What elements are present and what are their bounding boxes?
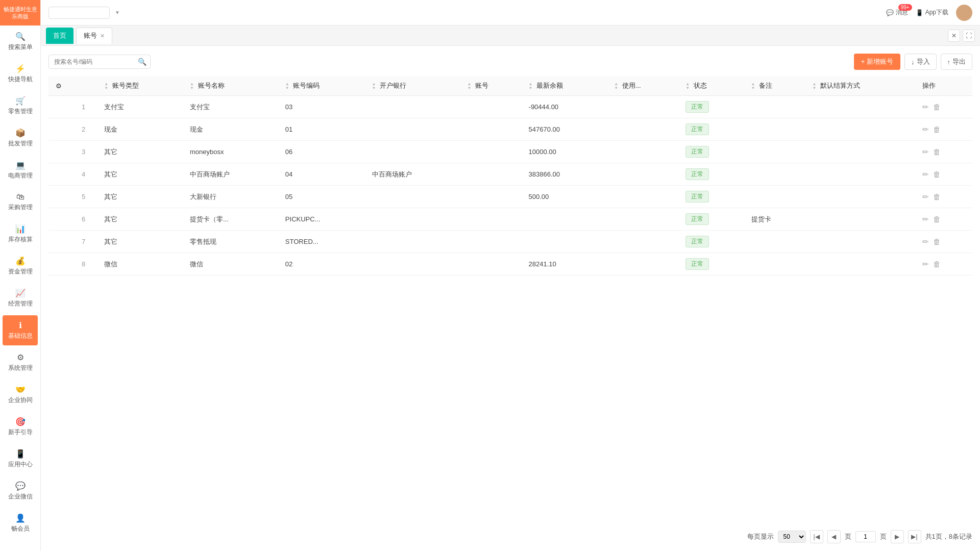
row-settings: [48, 118, 69, 141]
row-remark: [745, 96, 806, 118]
export-label: 导出: [952, 57, 966, 66]
page-size-select[interactable]: 50 100 200: [778, 531, 806, 543]
row-name: 支付宝: [184, 96, 279, 118]
tab-home[interactable]: 首页: [46, 28, 74, 44]
prev-page-button[interactable]: ◀: [827, 530, 841, 543]
sidebar-item-search[interactable]: 🔍 搜索菜单: [0, 26, 40, 58]
first-page-button[interactable]: |◀: [810, 530, 823, 543]
col-account[interactable]: ▲▼ 账号: [461, 76, 522, 96]
inventory-icon: 📊: [15, 224, 26, 234]
page-number-input[interactable]: [855, 531, 876, 542]
row-remark: [745, 186, 806, 208]
edit-icon[interactable]: ✏: [922, 260, 929, 269]
col-status[interactable]: ▲▼ 状态: [679, 76, 745, 96]
delete-icon[interactable]: 🗑: [933, 237, 941, 246]
col-account-name[interactable]: ▲▼ 账号名称: [184, 76, 279, 96]
edit-icon[interactable]: ✏: [922, 125, 929, 134]
row-remark: [745, 231, 806, 253]
user-avatar[interactable]: [956, 5, 972, 21]
col-actions: 操作: [916, 76, 972, 96]
top-search-input[interactable]: [48, 7, 110, 19]
edit-icon[interactable]: ✏: [922, 147, 929, 157]
edit-icon[interactable]: ✏: [922, 170, 929, 179]
sidebar-item-finance[interactable]: 💰 资金管理: [0, 250, 40, 282]
sidebar-item-inventory[interactable]: 📊 库存核算: [0, 218, 40, 250]
settings-col-header[interactable]: ⚙: [48, 76, 69, 96]
delete-icon[interactable]: 🗑: [933, 192, 941, 202]
delete-icon[interactable]: 🗑: [933, 215, 941, 224]
sidebar-item-guide[interactable]: 🎯 新手引导: [0, 411, 40, 443]
last-page-button[interactable]: ▶|: [908, 530, 921, 543]
notification-button[interactable]: 💬 消息 99+: [886, 8, 908, 17]
search-input-wrap: 🔍: [48, 55, 151, 69]
sidebar-item-app-center[interactable]: 📱 应用中心: [0, 443, 40, 475]
ecommerce-icon: 💻: [15, 160, 26, 170]
enterprise-wechat-icon: 💬: [15, 481, 26, 491]
row-remark: [745, 118, 806, 141]
delete-icon[interactable]: 🗑: [933, 170, 941, 179]
sort-arrows-status: ▲▼: [685, 82, 690, 90]
row-usage: [608, 253, 679, 276]
sidebar-item-system[interactable]: ⚙ 系统管理: [0, 346, 40, 379]
tab-close-button[interactable]: ✕: [948, 30, 960, 42]
tab-account[interactable]: 账号 ✕: [76, 28, 112, 44]
sidebar-item-ecommerce[interactable]: 💻 电商管理: [0, 154, 40, 186]
row-actions: ✏ 🗑: [916, 96, 972, 118]
edit-icon[interactable]: ✏: [922, 215, 929, 224]
sidebar-item-label: 应用中心: [8, 460, 33, 469]
row-status: 正常: [679, 253, 745, 276]
row-actions: ✏ 🗑: [916, 231, 972, 253]
sidebar-item-shortcuts[interactable]: ⚡ 快捷导航: [0, 58, 40, 90]
sidebar-item-member[interactable]: 👤 畅会员: [0, 507, 40, 539]
col-default-settlement[interactable]: ▲▼ 默认结算方式: [806, 76, 916, 96]
sidebar-item-label: 企业微信: [8, 492, 33, 501]
edit-icon[interactable]: ✏: [922, 237, 929, 246]
row-default-settlement: [806, 231, 916, 253]
sidebar-item-purchase[interactable]: 🛍 采购管理: [0, 186, 40, 218]
add-account-button[interactable]: + 新增账号: [854, 54, 900, 70]
row-bank: [366, 208, 461, 231]
export-button[interactable]: ↑ 导出: [941, 54, 973, 70]
sidebar-item-operations[interactable]: 📈 经营管理: [0, 282, 40, 314]
sidebar-item-basic-info[interactable]: ℹ 基础信息: [3, 315, 38, 345]
col-balance[interactable]: ▲▼ 最新余额: [523, 76, 608, 96]
sidebar-item-label: 零售管理: [8, 107, 33, 116]
search-icon[interactable]: 🔍: [138, 58, 146, 66]
delete-icon[interactable]: 🗑: [933, 125, 941, 134]
col-bank[interactable]: ▲▼ 开户银行: [366, 76, 461, 96]
basic-info-icon: ℹ: [19, 320, 22, 330]
row-code: 02: [279, 253, 366, 276]
row-type: 微信: [98, 253, 184, 276]
add-account-label: + 新增账号: [861, 57, 893, 66]
col-remark[interactable]: ▲▼ 备注: [745, 76, 806, 96]
sidebar-item-cooperation[interactable]: 🤝 企业协同: [0, 379, 40, 411]
col-account-code[interactable]: ▲▼ 账号编码: [279, 76, 366, 96]
next-page-button[interactable]: ▶: [891, 530, 904, 543]
delete-icon[interactable]: 🗑: [933, 103, 941, 112]
sidebar-item-label: 快捷导航: [8, 75, 33, 84]
col-usage[interactable]: ▲▼ 使用...: [608, 76, 679, 96]
sidebar-item-enterprise-wechat[interactable]: 💬 企业微信: [0, 475, 40, 507]
app-download-button[interactable]: 📱 App下载: [916, 8, 948, 17]
sidebar-item-label: 企业协同: [8, 396, 33, 405]
edit-icon[interactable]: ✏: [922, 192, 929, 202]
row-settings: [48, 96, 69, 118]
page-size-label: 每页显示: [747, 532, 774, 541]
delete-icon[interactable]: 🗑: [933, 260, 941, 269]
row-default-settlement: [806, 186, 916, 208]
sidebar-item-retail[interactable]: 🛒 零售管理: [0, 90, 40, 122]
row-default-settlement: [806, 96, 916, 118]
tab-expand-button[interactable]: ⛶: [963, 30, 975, 42]
search-input[interactable]: [48, 55, 151, 69]
sort-arrows-balance: ▲▼: [529, 82, 533, 90]
edit-icon[interactable]: ✏: [922, 103, 929, 112]
import-button[interactable]: ↓ 导入: [904, 54, 937, 70]
sort-arrows-code: ▲▼: [285, 82, 289, 90]
toolbar-actions: + 新增账号 ↓ 导入 ↑ 导出: [854, 54, 972, 70]
tab-account-label: 账号: [84, 31, 97, 40]
cooperation-icon: 🤝: [15, 385, 26, 394]
tab-close-icon[interactable]: ✕: [100, 33, 105, 39]
sidebar-item-wholesale[interactable]: 📦 批发管理: [0, 122, 40, 154]
delete-icon[interactable]: 🗑: [933, 147, 941, 157]
col-account-type[interactable]: ▲▼ 账号类型: [98, 76, 184, 96]
